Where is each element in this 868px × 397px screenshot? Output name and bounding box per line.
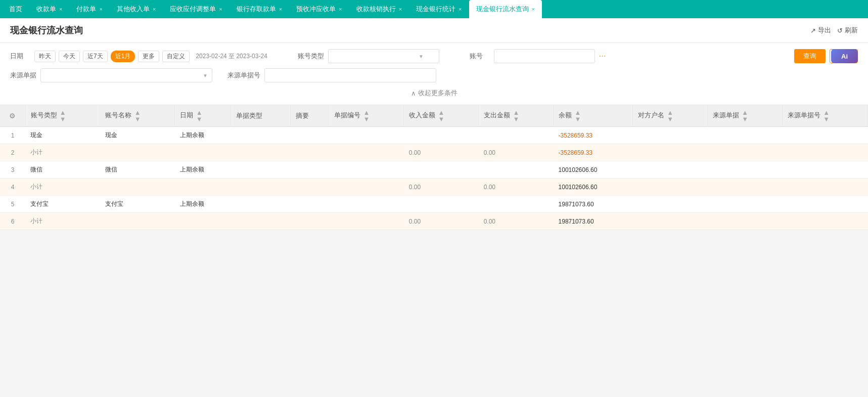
cell-balance: 19871073.60 xyxy=(554,213,633,230)
table-row[interactable]: 5 支付宝 支付宝 上期余额 19871073.60 xyxy=(0,196,868,213)
refresh-button[interactable]: ↺ 刷新 xyxy=(837,26,858,35)
col-account-name[interactable]: 账号名称 ▲▼ xyxy=(100,105,175,127)
ai-button[interactable]: Ai xyxy=(831,49,858,63)
cell-account-name xyxy=(100,213,175,230)
cell-expense xyxy=(479,127,554,144)
nav-other-income-close[interactable]: × xyxy=(153,6,156,12)
sort-account-name: ▲▼ xyxy=(134,109,141,122)
source-doc-no-input[interactable] xyxy=(264,68,436,82)
table-row[interactable]: 6 小计 0.00 0.00 19871073.60 xyxy=(0,213,868,230)
account-type-arrow: ▼ xyxy=(419,54,424,59)
account-no-label: 账号 xyxy=(470,52,490,61)
date-1month[interactable]: 近1月 xyxy=(111,51,135,62)
source-doc-no-filter: 来源单据号 xyxy=(227,68,436,82)
col-source-doc[interactable]: 来源单据 ▲▼ xyxy=(707,105,782,127)
sort-source-doc: ▲▼ xyxy=(742,109,748,122)
cell-summary xyxy=(291,213,329,230)
cell-doc-type xyxy=(231,213,290,230)
export-icon: ↗ xyxy=(810,27,816,34)
col-source-doc-label: 来源单据 xyxy=(713,111,739,119)
col-date[interactable]: 日期 ▲▼ xyxy=(175,105,231,127)
nav-home[interactable]: 首页 xyxy=(2,0,29,18)
table-row[interactable]: 4 小计 0.00 0.00 100102606.60 xyxy=(0,179,868,196)
nav-payment-label: 付款单 xyxy=(76,5,96,14)
cell-doc-no xyxy=(329,127,404,144)
nav-collection-exec-close[interactable]: × xyxy=(399,6,402,12)
account-dots-button[interactable]: ··· xyxy=(599,52,606,61)
date-buttons: 昨天 今天 近7天 近1月 更多 自定义 xyxy=(34,51,190,62)
nav-bank-flow-close[interactable]: × xyxy=(532,6,535,12)
nav-other-income[interactable]: 其他收入单 × xyxy=(110,0,163,18)
nav-payment[interactable]: 付款单 × xyxy=(69,0,109,18)
cell-source-doc-no xyxy=(782,213,867,230)
nav-ar-adjust-close[interactable]: × xyxy=(219,6,222,12)
nav-other-income-label: 其他收入单 xyxy=(117,5,150,14)
collapse-up-icon: ∧ xyxy=(411,90,416,97)
table-row[interactable]: 1 现金 现金 上期余额 -3528659.33 xyxy=(0,127,868,144)
nav-receipt[interactable]: 收款单 × xyxy=(29,0,69,18)
source-doc-label: 来源单据 xyxy=(10,71,36,80)
collapse-bar[interactable]: ∧ 收起更多条件 xyxy=(10,86,858,100)
date-more[interactable]: 更多 xyxy=(138,51,159,62)
col-gear[interactable]: ⚙ xyxy=(0,105,25,127)
nav-bank-stats-close[interactable]: × xyxy=(459,6,462,12)
date-custom[interactable]: 自定义 xyxy=(162,51,190,62)
col-expense[interactable]: 支出金额 ▲▼ xyxy=(479,105,554,127)
cell-no: 4 xyxy=(0,179,25,196)
nav-bank-deposit[interactable]: 银行存取款单 × xyxy=(230,0,289,18)
col-income[interactable]: 收入金额 ▲▼ xyxy=(404,105,479,127)
nav-ar-adjust[interactable]: 应收应付调整单 × xyxy=(163,0,229,18)
cell-account-type: 现金 xyxy=(25,127,100,144)
cell-expense: 0.00 xyxy=(479,144,554,161)
refresh-label: 刷新 xyxy=(845,26,858,35)
col-source-doc-no[interactable]: 来源单据号 ▲▼ xyxy=(782,105,867,127)
account-no-input[interactable] xyxy=(494,49,595,63)
query-button[interactable]: 查询 xyxy=(794,49,826,63)
nav-payment-close[interactable]: × xyxy=(99,6,102,12)
date-yesterday[interactable]: 昨天 xyxy=(34,51,56,62)
cell-counterpart xyxy=(632,127,707,144)
cell-no: 1 xyxy=(0,127,25,144)
nav-bank-flow[interactable]: 现金银行流水查询 × xyxy=(469,0,542,18)
cell-balance: 100102606.60 xyxy=(554,161,633,179)
nav-receipt-close[interactable]: × xyxy=(59,6,62,12)
nav-advance-offset[interactable]: 预收冲应收单 × xyxy=(289,0,349,18)
col-summary[interactable]: 摘要 xyxy=(291,105,329,127)
export-label: 导出 xyxy=(818,26,831,35)
account-type-label: 账号类型 xyxy=(298,52,324,61)
nav-bank-stats[interactable]: 现金银行统计 × xyxy=(409,0,469,18)
date-today[interactable]: 今天 xyxy=(59,51,80,62)
cell-expense xyxy=(479,161,554,179)
cell-doc-no xyxy=(329,161,404,179)
cell-doc-no xyxy=(329,179,404,196)
nav-ar-adjust-label: 应收应付调整单 xyxy=(170,5,216,14)
col-account-type[interactable]: 账号类型 ▲▼ xyxy=(25,105,100,127)
cell-counterpart xyxy=(632,213,707,230)
settings-gear-icon[interactable]: ⚙ xyxy=(9,112,16,120)
refresh-icon: ↺ xyxy=(837,27,843,34)
account-type-select[interactable]: ▼ xyxy=(328,49,439,63)
filter-area: 日期 昨天 今天 近7天 近1月 更多 自定义 2023-02-24 至 202… xyxy=(0,43,868,105)
cell-expense xyxy=(479,196,554,213)
export-button[interactable]: ↗ 导出 xyxy=(810,26,831,35)
source-doc-select[interactable]: ▼ xyxy=(40,68,212,82)
cell-balance: 19871073.60 xyxy=(554,196,633,213)
cell-income xyxy=(404,196,479,213)
col-expense-label: 支出金额 xyxy=(484,111,510,119)
cell-source-doc-no xyxy=(782,179,867,196)
nav-collection-exec[interactable]: 收款核销执行 × xyxy=(349,0,409,18)
table-row[interactable]: 3 微信 微信 上期余额 100102606.60 xyxy=(0,161,868,179)
col-doc-type[interactable]: 单据类型 xyxy=(231,105,290,127)
page-title: 现金银行流水查询 xyxy=(10,24,83,36)
nav-bank-deposit-close[interactable]: × xyxy=(279,6,282,12)
nav-advance-offset-close[interactable]: × xyxy=(339,6,342,12)
date-7days[interactable]: 近7天 xyxy=(83,51,108,62)
cell-expense: 0.00 xyxy=(479,213,554,230)
ai-button-area: Ai xyxy=(831,49,858,63)
col-counterpart[interactable]: 对方户名 ▲▼ xyxy=(632,105,707,127)
nav-bank-stats-label: 现金银行统计 xyxy=(416,5,455,14)
table-row[interactable]: 2 小计 0.00 0.00 -3528659.33 xyxy=(0,144,868,161)
col-doc-no[interactable]: 单据编号 ▲▼ xyxy=(329,105,404,127)
col-balance[interactable]: 余额 ▲▼ xyxy=(554,105,633,127)
data-table: ⚙ 账号类型 ▲▼ 账号名称 ▲▼ 日期 ▲▼ 单据类型 摘 xyxy=(0,105,868,230)
